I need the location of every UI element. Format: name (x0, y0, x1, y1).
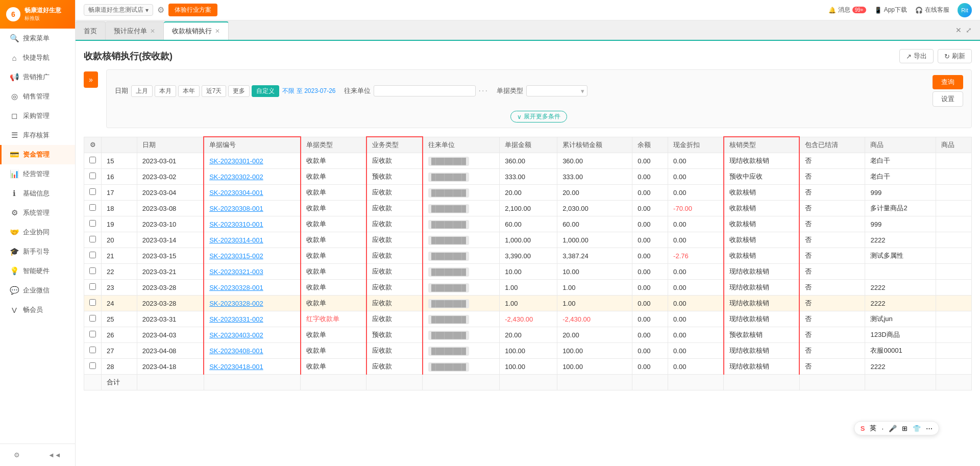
sidebar-item-operation[interactable]: 📊 经营管理 (0, 164, 75, 184)
sidebar-item-purchase[interactable]: ◻ 采购管理 (0, 106, 75, 126)
cell-cash-discount: 0.00 (668, 296, 724, 311)
cell-balance: 0.00 (632, 201, 668, 216)
sidebar-item-search[interactable]: 🔍 搜索菜单 (0, 29, 75, 48)
close-tab-icon[interactable]: ✕ (955, 26, 962, 34)
sidebar-item-guide[interactable]: 🎓 新手引导 (0, 242, 75, 261)
row-checkbox[interactable] (89, 204, 96, 211)
sidebar-item-member[interactable]: V 畅会员 (0, 300, 75, 320)
sidebar-item-shortcut[interactable]: ⌂ 快捷导航 (0, 48, 75, 67)
table-row: 172023-03-04SK-20230304-001收款单应收款███████… (84, 185, 972, 201)
voucher-link[interactable]: SK-20230403-002 (209, 331, 263, 339)
voucher-link[interactable]: SK-20230301-002 (209, 157, 263, 165)
voucher-link[interactable]: SK-20230328-001 (209, 284, 263, 291)
notification-bell[interactable]: 🔔 消息 99+ (828, 6, 866, 14)
last-month-btn[interactable]: 上月 (131, 85, 153, 97)
row-checkbox[interactable] (89, 331, 96, 337)
cell-balance: 0.00 (632, 359, 668, 375)
voucher-link[interactable]: SK-20230308-001 (209, 205, 263, 212)
voucher-link[interactable]: SK-20230418-001 (209, 363, 263, 371)
refresh-button[interactable]: ↻ 刷新 (938, 49, 972, 63)
voucher-link[interactable]: SK-20230314-001 (209, 236, 263, 244)
cell-balance: 0.00 (632, 343, 668, 359)
voucher-link[interactable]: SK-20230315-002 (209, 252, 263, 260)
cell-balance: 0.00 (632, 153, 668, 169)
notification-badge: 99+ (852, 7, 866, 13)
row-checkbox[interactable] (89, 347, 96, 353)
expand-tab-icon[interactable]: ⤢ (966, 26, 972, 34)
app-download-link[interactable]: 📱 App下载 (874, 6, 907, 14)
filter-action-btns: 查询 设置 (933, 75, 963, 107)
this-year-btn[interactable]: 本年 (178, 85, 200, 97)
cell-date: 2023-03-21 (137, 264, 204, 280)
row-checkbox[interactable] (89, 173, 96, 179)
cell-amount: 20.00 (500, 327, 557, 343)
voucher-link[interactable]: SK-20230408-001 (209, 347, 263, 355)
row-checkbox[interactable] (89, 188, 96, 195)
sidebar-item-corp[interactable]: 🤝 企业协同 (0, 223, 75, 242)
table-row: 152023-03-01SK-20230301-002收款单应收款███████… (84, 153, 972, 169)
sidebar-item-basic[interactable]: ℹ 基础信息 (0, 184, 75, 203)
expand-more-btn[interactable]: ∨ 展开更多条件 (510, 111, 567, 122)
sidebar-item-sales[interactable]: ◎ 销售管理 (0, 87, 75, 106)
row-checkbox[interactable] (89, 236, 96, 242)
tab-close-pre-apply[interactable]: ✕ (150, 28, 155, 35)
online-service-link[interactable]: 🎧 在线客服 (915, 6, 949, 14)
summary-cell-12 (799, 375, 865, 390)
sidebar-item-system[interactable]: ⚙ 系统管理 (0, 203, 75, 223)
sidebar-item-marketing[interactable]: 📢 营销推广 (0, 67, 75, 87)
row-checkbox[interactable] (89, 267, 96, 274)
voucher-link[interactable]: SK-20230321-003 (209, 268, 263, 276)
cell-checkbox (84, 327, 102, 343)
sidebar-collapse-btn[interactable]: ◄◄ (43, 448, 66, 462)
query-button[interactable]: 查询 (933, 75, 963, 89)
cell-partner: ████████ (423, 201, 500, 216)
row-checkbox[interactable] (89, 252, 96, 258)
sidebar-item-hardware[interactable]: 💡 智能硬件 (0, 261, 75, 281)
cell-partner: ████████ (423, 169, 500, 185)
row-checkbox[interactable] (89, 362, 96, 369)
table-row: 222023-03-21SK-20230321-003收款单应收款███████… (84, 264, 972, 280)
export-button[interactable]: ↗ 导出 (899, 49, 934, 63)
voucher-link[interactable]: SK-20230304-001 (209, 189, 263, 197)
table-row: 192023-03-10SK-20230310-001收款单应收款███████… (84, 216, 972, 232)
solution-button[interactable]: 体验行业方案 (168, 4, 217, 16)
tab-pre-apply[interactable]: 预计应付单✕ (106, 21, 164, 40)
voucher-link[interactable]: SK-20230310-001 (209, 220, 263, 228)
date-filter: 日期 上月 本月 本年 近7天 更多 自定义 不限 至 2023-07-26 (115, 85, 336, 97)
col-settings[interactable]: ⚙ (84, 137, 102, 153)
col-voucher-type: 单据类型 (301, 137, 366, 153)
row-checkbox[interactable] (89, 157, 96, 163)
tab-receipt-verify[interactable]: 收款核销执行✕ (164, 21, 229, 40)
cell-seq: 18 (102, 201, 137, 216)
tab-bar-right: ✕ ⤢ (947, 20, 980, 40)
row-checkbox[interactable] (89, 220, 96, 227)
partner-input[interactable] (374, 85, 476, 96)
gear-icon[interactable]: ⚙ (157, 5, 164, 15)
expand-toggle-btn[interactable]: » (84, 71, 98, 88)
custom-date-btn[interactable]: 自定义 (252, 85, 279, 97)
last-7days-btn[interactable]: 近7天 (202, 85, 227, 97)
this-month-btn[interactable]: 本月 (155, 85, 176, 97)
tab-close-receipt-verify[interactable]: ✕ (215, 28, 220, 35)
filter-settings-button[interactable]: 设置 (933, 91, 963, 107)
user-avatar[interactable]: Rit (958, 3, 972, 17)
voucher-link[interactable]: SK-20230331-002 (209, 315, 263, 323)
cell-verify-amount: 333.00 (557, 169, 632, 185)
sidebar-item-wechat[interactable]: 💬 企业微信 (0, 281, 75, 300)
sidebar-item-finance[interactable]: 💳 资金管理 (0, 145, 75, 164)
tab-home[interactable]: 首页 (76, 21, 106, 40)
date-range-text: 不限 至 2023-07-26 (282, 87, 335, 95)
row-checkbox[interactable] (89, 283, 96, 290)
sidebar-settings-btn[interactable]: ⚙ (9, 448, 25, 462)
cell-seq: 23 (102, 280, 137, 296)
cell-balance: 0.00 (632, 185, 668, 201)
voucher-link[interactable]: SK-20230302-002 (209, 173, 263, 181)
voucher-type-select[interactable] (526, 85, 587, 96)
store-dropdown[interactable]: 畅康道好生意测试店 ▾ (84, 4, 153, 16)
row-checkbox[interactable] (89, 299, 96, 306)
col-date: 日期 (137, 137, 204, 153)
row-checkbox[interactable] (89, 315, 96, 322)
sidebar-item-inventory[interactable]: ☰ 库存核算 (0, 126, 75, 145)
voucher-link[interactable]: SK-20230328-002 (209, 300, 263, 307)
more-date-btn[interactable]: 更多 (228, 85, 250, 97)
